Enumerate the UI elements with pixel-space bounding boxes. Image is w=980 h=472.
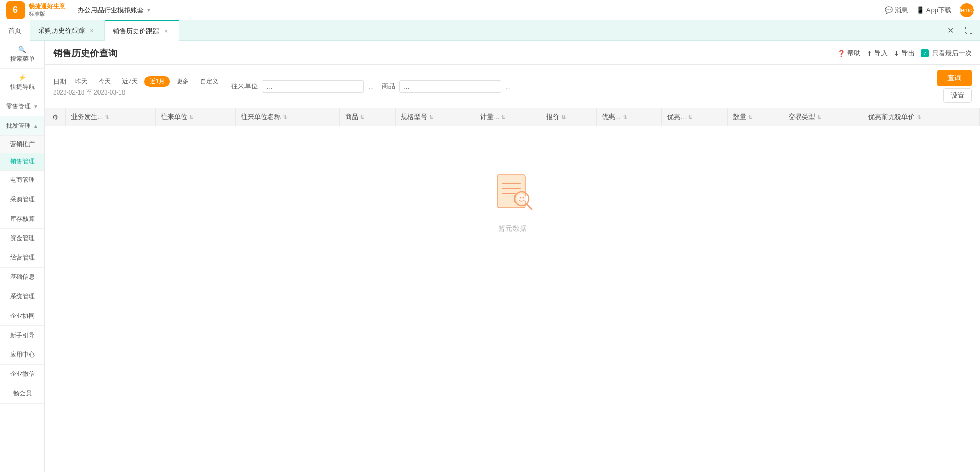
tab-purchase-history[interactable]: 采购历史价跟踪 × xyxy=(30,20,105,41)
svg-point-7 xyxy=(520,197,521,199)
sidebar-item-quick-nav[interactable]: ⚡ 快捷导航 xyxy=(0,69,44,97)
sidebar-item-sales-mgmt[interactable]: 销售管理 xyxy=(0,153,44,171)
product-filter-group: 商品 ... xyxy=(382,80,511,93)
tab-maximize-btn[interactable]: ⛶ xyxy=(962,23,976,38)
quick-nav-icon: ⚡ xyxy=(18,74,26,81)
message-btn[interactable]: 💬 消息 xyxy=(885,6,908,15)
partner-filter-group: 往来单位 ... xyxy=(231,80,374,93)
partner-filter-dots: ... xyxy=(368,83,374,90)
wholesale-arrow-icon: ▲ xyxy=(33,123,38,129)
app-name: 畅捷通好生意 标准版 xyxy=(29,3,65,18)
sidebar-item-finance[interactable]: 资金管理 xyxy=(0,229,44,248)
date-btn-yesterday[interactable]: 昨天 xyxy=(70,76,92,87)
sort-icon-unit: ⇅ xyxy=(501,114,505,120)
sidebar-item-wholesale[interactable]: 批发管理 ▲ xyxy=(0,116,44,136)
retail-arrow-icon: ▼ xyxy=(33,104,38,109)
sidebar-item-basic-info[interactable]: 基础信息 xyxy=(0,268,44,287)
sidebar-item-operations[interactable]: 经营管理 xyxy=(0,248,44,268)
sidebar-item-ecommerce[interactable]: 电商管理 xyxy=(0,171,44,190)
message-icon: 💬 xyxy=(885,6,893,14)
date-range-display: 2023-02-18 至 2023-03-18 xyxy=(53,88,223,97)
col-spec[interactable]: 规格型号⇅ xyxy=(395,108,475,126)
svg-point-5 xyxy=(517,194,526,203)
svg-line-6 xyxy=(527,204,532,209)
sidebar-item-search-menu[interactable]: 🔍 搜索菜单 xyxy=(0,41,44,69)
sidebar-item-enterprise[interactable]: 企业协同 xyxy=(0,306,44,326)
col-partner-code[interactable]: 往来单位⇅ xyxy=(156,108,236,126)
import-btn[interactable]: ⬆ 导入 xyxy=(867,49,888,58)
app-download-btn[interactable]: 📱 App下载 xyxy=(916,6,951,15)
date-btn-custom[interactable]: 自定义 xyxy=(195,76,223,87)
main-layout: 🔍 搜索菜单 ⚡ 快捷导航 零售管理 ▼ 批发管理 ▲ 营销推广 销售管理 电商… xyxy=(0,41,980,472)
sort-icon-partner-name: ⇅ xyxy=(283,114,287,120)
empty-icon xyxy=(487,167,538,218)
partner-filter-label: 往来单位 xyxy=(231,82,258,91)
header-left: 6 畅捷通好生意 标准版 办公用品行业模拟账套 ▼ xyxy=(6,1,151,19)
sidebar-item-system[interactable]: 系统管理 xyxy=(0,287,44,306)
tab-sales-history[interactable]: 销售历史价跟踪 × xyxy=(105,20,179,41)
date-btn-more[interactable]: 更多 xyxy=(172,76,193,87)
sort-icon-partner: ⇅ xyxy=(189,114,193,120)
header-right: 💬 消息 📱 App下载 demo2 xyxy=(885,3,974,17)
col-discount1[interactable]: 优惠...⇅ xyxy=(596,108,662,126)
col-settings[interactable]: ⚙ xyxy=(45,108,65,126)
date-btn-7days[interactable]: 近7天 xyxy=(117,76,142,87)
tab-sales-history-close[interactable]: × xyxy=(162,27,170,35)
col-discount2[interactable]: 优惠...⇅ xyxy=(662,108,728,126)
col-product[interactable]: 商品⇅ xyxy=(340,108,396,126)
sidebar-item-app-center[interactable]: 应用中心 xyxy=(0,345,44,365)
col-quote-price[interactable]: 报价⇅ xyxy=(541,108,597,126)
col-quantity[interactable]: 数量⇅ xyxy=(728,108,783,126)
workspace-dropdown-icon: ▼ xyxy=(146,7,151,13)
sidebar-item-wechat[interactable]: 企业微信 xyxy=(0,365,44,384)
partner-filter-input[interactable] xyxy=(262,80,364,93)
empty-state: 暂元数据 xyxy=(45,126,980,274)
empty-text: 暂元数据 xyxy=(498,224,527,233)
settings-button[interactable]: 设置 xyxy=(943,88,972,103)
col-biz-date[interactable]: 业务发生...⇅ xyxy=(65,108,156,126)
query-button[interactable]: 查询 xyxy=(937,70,972,86)
sidebar-item-guide[interactable]: 新手引导 xyxy=(0,326,44,345)
page-title: 销售历史价查询 xyxy=(53,47,117,59)
sort-icon: ⇅ xyxy=(105,114,109,120)
col-unit[interactable]: 计量...⇅ xyxy=(475,108,541,126)
help-icon: ❓ xyxy=(837,50,845,57)
sort-icon-discount2: ⇅ xyxy=(688,114,692,120)
date-btn-today[interactable]: 今天 xyxy=(94,76,115,87)
sidebar-item-inventory[interactable]: 库存核算 xyxy=(0,209,44,229)
sidebar-item-marketing[interactable]: 营销推广 xyxy=(0,136,44,153)
sidebar-item-retail[interactable]: 零售管理 ▼ xyxy=(0,97,44,116)
tab-purchase-history-close[interactable]: × xyxy=(88,27,96,35)
date-options: 昨天 今天 近7天 近1月 更多 自定义 xyxy=(70,76,223,87)
page-actions: ❓ 帮助 ⬆ 导入 ⬇ 导出 ✓ 只看最后一次 xyxy=(837,49,972,58)
col-trade-type[interactable]: 交易类型⇅ xyxy=(783,108,863,126)
product-filter-dots: ... xyxy=(505,83,511,90)
export-btn[interactable]: ⬇ 导出 xyxy=(894,49,915,58)
sort-icon-qty: ⇅ xyxy=(748,114,752,120)
help-btn[interactable]: ❓ 帮助 xyxy=(837,49,861,58)
app-download-icon: 📱 xyxy=(916,6,924,14)
settings-icon: ⚙ xyxy=(52,113,58,121)
col-partner-name[interactable]: 往来单位名称⇅ xyxy=(235,108,340,126)
product-filter-input[interactable] xyxy=(399,80,501,93)
sidebar-item-purchase[interactable]: 采购管理 xyxy=(0,190,44,209)
svg-point-8 xyxy=(523,197,524,199)
workspace-selector[interactable]: 办公用品行业模拟账套 ▼ xyxy=(78,6,151,15)
tab-close-all-btn[interactable]: ✕ xyxy=(943,23,958,38)
col-pre-tax-price[interactable]: 优惠前无税单价⇅ xyxy=(863,108,980,126)
checkbox-icon: ✓ xyxy=(921,49,929,57)
date-filter-label: 日期 xyxy=(53,77,66,86)
filter-date-group: 日期 昨天 今天 近7天 近1月 更多 自定义 2023-02-18 至 202… xyxy=(53,76,223,97)
sort-icon-spec: ⇅ xyxy=(429,114,433,120)
sidebar-item-member[interactable]: 畅会员 xyxy=(0,384,44,404)
user-avatar[interactable]: demo2 xyxy=(960,3,974,17)
tab-bar-actions: ✕ ⛶ xyxy=(943,23,980,38)
date-btn-1month[interactable]: 近1月 xyxy=(144,76,170,87)
last-only-btn[interactable]: ✓ 只看最后一次 xyxy=(921,49,972,58)
sort-icon-trade: ⇅ xyxy=(817,114,821,120)
page-title-row: 销售历史价查询 ❓ 帮助 ⬆ 导入 ⬇ 导出 ✓ xyxy=(53,47,972,64)
data-table: ⚙ 业务发生...⇅ 往来单位⇅ 往来单位名称⇅ 商品⇅ xyxy=(45,108,980,126)
tab-home[interactable]: 首页 xyxy=(0,20,30,41)
sort-icon-pretax: ⇅ xyxy=(917,114,921,120)
tab-bar: 首页 采购历史价跟踪 × 销售历史价跟踪 × ✕ ⛶ xyxy=(0,20,980,41)
